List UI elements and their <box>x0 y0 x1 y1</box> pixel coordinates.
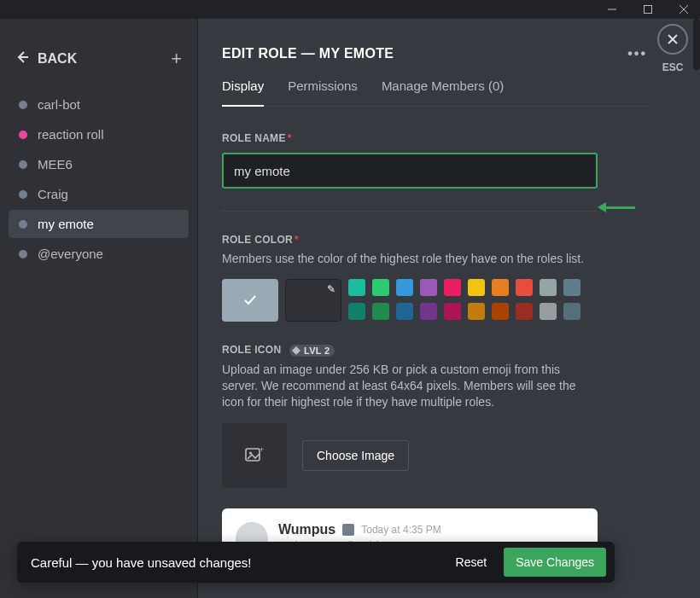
tabs: DisplayPermissionsManage Members (0) <box>222 78 650 107</box>
color-swatch[interactable] <box>516 303 533 320</box>
back-button[interactable]: BACK <box>15 50 77 67</box>
roles-sidebar: BACK + carl-botreaction rollMEE6Craigmy … <box>0 19 198 598</box>
role-color-dot <box>19 160 27 169</box>
role-item-label: my emote <box>38 217 94 231</box>
back-label: BACK <box>38 51 77 67</box>
arrow-left-icon <box>15 50 29 67</box>
role-color-label: ROLE COLOR* <box>222 234 650 246</box>
window-minimize-icon[interactable] <box>601 1 623 18</box>
add-role-button[interactable]: + <box>171 48 182 70</box>
color-swatch[interactable] <box>468 279 485 296</box>
color-swatch[interactable] <box>396 279 413 296</box>
tab-permissions[interactable]: Permissions <box>288 78 358 106</box>
default-color-swatch[interactable] <box>222 279 278 322</box>
role-item-label: Craig <box>38 187 68 201</box>
sidebar-role-item[interactable]: reaction roll <box>9 120 189 148</box>
role-name-label: ROLE NAME* <box>222 132 650 144</box>
scrollbar[interactable] <box>693 19 700 70</box>
color-swatch[interactable] <box>420 279 437 296</box>
color-swatch[interactable] <box>444 303 461 320</box>
color-swatch[interactable] <box>372 303 389 320</box>
svg-marker-5 <box>292 346 300 355</box>
window-titlebar <box>0 0 700 19</box>
color-swatch[interactable] <box>540 303 557 320</box>
color-swatch[interactable] <box>348 279 365 296</box>
divider <box>222 211 598 212</box>
tab-manage-members-[interactable]: Manage Members (0) <box>382 78 504 106</box>
preview-timestamp: Today at 4:35 PM <box>361 524 440 536</box>
choose-image-button[interactable]: Choose Image <box>302 440 409 471</box>
sidebar-role-item[interactable]: carl-bot <box>9 90 189 119</box>
svg-text:+: + <box>260 445 264 454</box>
role-name-input[interactable] <box>222 153 598 189</box>
preview-username: Wumpus <box>278 522 335 537</box>
window-close-icon[interactable] <box>673 1 695 18</box>
role-item-label: MEE6 <box>38 157 73 171</box>
reset-button[interactable]: Reset <box>444 549 499 576</box>
level-badge: LVL 2 <box>289 345 335 357</box>
role-color-desc: Members use the color of the highest rol… <box>222 251 598 267</box>
role-color-dot <box>19 131 27 139</box>
color-swatch[interactable] <box>563 303 580 320</box>
color-swatch[interactable] <box>516 279 533 296</box>
role-item-label: reaction roll <box>38 127 104 142</box>
role-color-dot <box>19 250 27 258</box>
esc-label: ESC <box>657 61 688 73</box>
color-swatch[interactable] <box>563 279 580 296</box>
icon-upload-box[interactable]: + <box>222 423 287 488</box>
role-color-dot <box>19 220 27 229</box>
close-icon <box>667 33 679 45</box>
color-swatch[interactable] <box>492 303 509 320</box>
content-area: EDIT ROLE — MY EMOTE ••• DisplayPermissi… <box>198 19 700 598</box>
color-swatch[interactable] <box>468 303 485 320</box>
color-swatch[interactable] <box>348 303 365 320</box>
sidebar-role-item[interactable]: @everyone <box>9 240 189 268</box>
unsaved-changes-bar: Careful — you have unsaved changes! Rese… <box>17 542 615 583</box>
boost-icon <box>292 346 300 355</box>
unsaved-text: Careful — you have unsaved changes! <box>31 555 444 570</box>
role-icon-label: ROLE ICON LVL 2 <box>222 344 650 357</box>
svg-rect-1 <box>645 6 652 14</box>
role-icon-desc: Upload an image under 256 KB or pick a c… <box>222 362 598 410</box>
sidebar-role-item[interactable]: my emote <box>9 210 189 238</box>
eyedropper-icon: ✎ <box>327 283 335 295</box>
role-item-label: carl-bot <box>38 97 80 112</box>
color-swatch[interactable] <box>420 303 437 320</box>
page-title: EDIT ROLE — MY EMOTE <box>222 46 394 61</box>
color-swatch[interactable] <box>396 303 413 320</box>
checkmark-icon <box>242 292 259 309</box>
color-swatch[interactable] <box>540 279 557 296</box>
custom-color-swatch[interactable]: ✎ <box>285 279 341 322</box>
window-maximize-icon[interactable] <box>637 1 659 18</box>
color-swatch[interactable] <box>492 279 509 296</box>
tab-display[interactable]: Display <box>222 78 264 107</box>
sidebar-role-item[interactable]: Craig <box>9 180 189 208</box>
role-badge-icon <box>342 524 354 536</box>
close-button[interactable] <box>657 24 688 55</box>
role-color-dot <box>19 101 27 109</box>
more-options-icon[interactable]: ••• <box>627 46 647 61</box>
role-item-label: @everyone <box>38 247 103 261</box>
role-color-dot <box>19 190 27 199</box>
save-changes-button[interactable]: Save Changes <box>504 548 606 577</box>
annotation-arrow <box>598 202 635 212</box>
svg-point-7 <box>249 452 252 455</box>
close-area: ESC <box>657 24 688 73</box>
image-add-icon: + <box>243 444 265 467</box>
color-swatch[interactable] <box>372 279 389 296</box>
color-swatch[interactable] <box>444 279 461 296</box>
sidebar-role-item[interactable]: MEE6 <box>9 150 189 178</box>
